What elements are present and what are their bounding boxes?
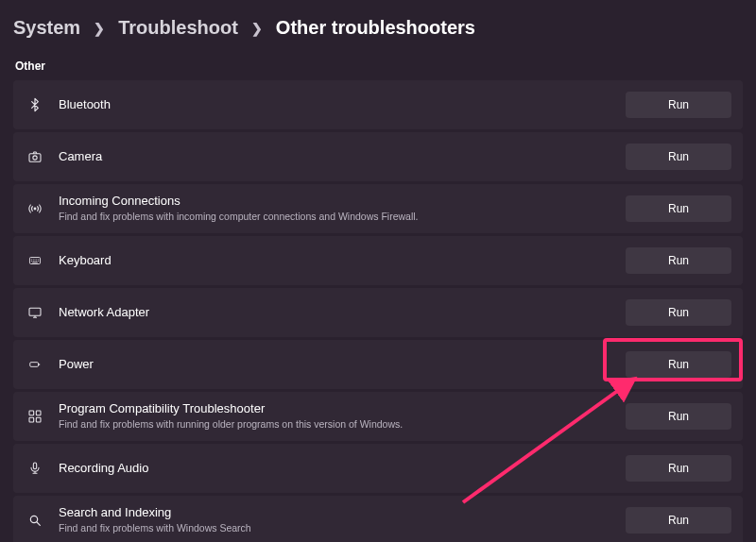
- svg-point-1: [33, 156, 37, 160]
- run-button-bluetooth[interactable]: Run: [626, 92, 731, 118]
- list-item-program-compatibility[interactable]: Program Compatibility Troubleshooter Fin…: [13, 392, 743, 441]
- breadcrumb-current: Other troubleshooters: [276, 17, 475, 39]
- run-button-incoming-connections[interactable]: Run: [626, 195, 731, 222]
- item-title: Program Compatibility Troubleshooter: [59, 401, 612, 417]
- list-item-recording-audio[interactable]: Recording Audio Run: [13, 444, 743, 493]
- breadcrumb-system[interactable]: System: [13, 17, 80, 39]
- keyboard-icon: [25, 250, 45, 271]
- run-button-camera[interactable]: Run: [626, 144, 731, 170]
- section-label-other: Other: [15, 59, 743, 73]
- list-item-incoming-connections[interactable]: Incoming Connections Find and fix proble…: [13, 184, 743, 233]
- list-item-keyboard[interactable]: Keyboard Run: [13, 236, 743, 285]
- search-icon: [25, 510, 45, 531]
- signal-icon: [25, 198, 45, 219]
- run-button-keyboard[interactable]: Run: [626, 247, 731, 274]
- chevron-right-icon: ❯: [251, 21, 263, 36]
- svg-rect-10: [33, 463, 36, 469]
- svg-rect-4: [29, 308, 41, 315]
- run-button-recording-audio[interactable]: Run: [626, 455, 731, 482]
- run-button-power[interactable]: Run: [626, 351, 731, 378]
- svg-rect-8: [29, 417, 34, 422]
- breadcrumb: System ❯ Troubleshoot ❯ Other troublesho…: [13, 17, 743, 39]
- item-title: Search and Indexing: [59, 505, 612, 521]
- list-item-bluetooth[interactable]: Bluetooth Run: [13, 80, 743, 129]
- item-title: Camera: [59, 149, 612, 165]
- battery-icon: [25, 354, 45, 375]
- item-title: Bluetooth: [59, 97, 612, 113]
- item-title: Keyboard: [59, 253, 612, 269]
- item-title: Incoming Connections: [59, 194, 612, 210]
- svg-rect-0: [29, 154, 41, 162]
- item-title: Recording Audio: [59, 461, 612, 477]
- svg-rect-9: [36, 417, 41, 422]
- bluetooth-icon: [25, 94, 45, 115]
- run-button-program-compatibility[interactable]: Run: [626, 403, 731, 430]
- item-title: Network Adapter: [59, 305, 612, 321]
- svg-rect-7: [36, 411, 41, 415]
- list-item-search-indexing[interactable]: Search and Indexing Find and fix problem…: [13, 496, 743, 542]
- item-subtitle: Find and fix problems with incoming comp…: [59, 211, 612, 224]
- list-item-camera[interactable]: Camera Run: [13, 132, 743, 181]
- item-subtitle: Find and fix problems with running older…: [59, 418, 612, 432]
- list-item-network-adapter[interactable]: Network Adapter Run: [13, 288, 743, 337]
- run-button-search-indexing[interactable]: Run: [626, 507, 731, 534]
- svg-point-11: [30, 516, 37, 522]
- svg-point-2: [34, 208, 36, 210]
- item-title: Power: [59, 357, 612, 373]
- item-subtitle: Find and fix problems with Windows Searc…: [59, 522, 612, 535]
- camera-icon: [25, 146, 45, 167]
- troubleshooter-list: Bluetooth Run Camera Run Incoming Connec…: [13, 80, 743, 542]
- microphone-icon: [25, 458, 45, 479]
- apps-icon: [25, 406, 45, 427]
- breadcrumb-troubleshoot[interactable]: Troubleshoot: [118, 17, 238, 39]
- list-item-power[interactable]: Power Run: [13, 340, 743, 389]
- chevron-right-icon: ❯: [94, 21, 105, 36]
- run-button-network-adapter[interactable]: Run: [626, 299, 731, 326]
- svg-rect-5: [30, 363, 39, 367]
- monitor-icon: [25, 302, 45, 323]
- svg-rect-6: [29, 411, 34, 415]
